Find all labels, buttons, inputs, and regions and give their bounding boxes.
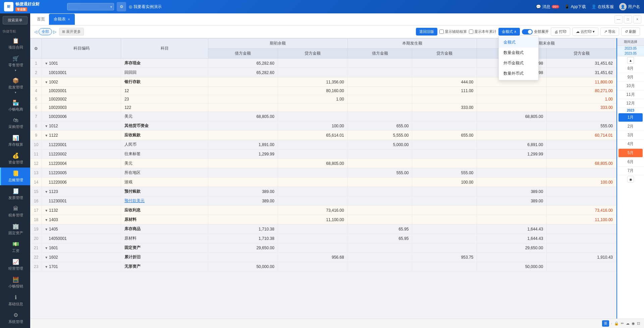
sidebar-search-button[interactable]: 搜索菜单 xyxy=(3,16,28,24)
show-assist-checkbox[interactable]: 显示辅助核算 xyxy=(439,29,467,34)
sidebar-item-wholesale[interactable]: 📦 批发管理 ▾ xyxy=(0,75,30,97)
cloud-print-button[interactable]: ☁ 云打印 ▾ xyxy=(572,27,598,36)
period-item-jul[interactable]: 7月 xyxy=(617,167,644,175)
period-item-oct[interactable]: 10月 xyxy=(617,82,644,90)
filter-area: ◁ 全部 ▷ xyxy=(34,28,56,35)
online-support-button[interactable]: 👤 在线客服 xyxy=(591,4,614,10)
sidebar-item-ecommerce[interactable]: 🏪 小畅电商 xyxy=(0,97,30,115)
print-button[interactable]: 🖨 打印 xyxy=(551,27,570,36)
sidebar-item-system[interactable]: ⚙ 系统管理 xyxy=(0,309,30,327)
user-area[interactable]: 👤 用户名 xyxy=(619,3,640,10)
show-ytd-checkbox[interactable]: 显示本年累计 xyxy=(469,29,496,34)
td-opening-debit: 65,282.60 xyxy=(208,68,278,77)
top-search-input[interactable] xyxy=(67,3,114,10)
td-subject: 美元 xyxy=(121,112,208,121)
bottom-cloud-icon[interactable]: ☁ xyxy=(626,321,630,326)
expand-more-button[interactable]: ⊞ 展开更多 xyxy=(59,28,84,36)
sidebar-item-purchase[interactable]: 🛍 采购管理 xyxy=(0,115,30,132)
bottom-grid-icon[interactable]: ⊡ xyxy=(637,321,640,326)
td-opening-debit: 65,282.60 xyxy=(208,59,278,68)
top-nav: ▾ ⚙ ◎ 我要看实例演示 xyxy=(64,2,536,11)
message-button[interactable]: 💬 消息 99+ xyxy=(536,4,559,10)
format-dropdown-button[interactable]: 金额式 ∧ xyxy=(498,28,520,36)
td-opening-credit: 100.00 xyxy=(278,121,347,131)
user-name: 用户名 xyxy=(628,4,640,10)
td-subject: 往来标签 xyxy=(121,149,208,159)
td-closing-debit xyxy=(477,206,547,215)
period-item-dec[interactable]: 12月 xyxy=(617,99,644,108)
sidebar-item-salary[interactable]: 💵 工资 xyxy=(0,238,30,256)
sidebar-item-ledger[interactable]: 📒 总账管理 xyxy=(0,168,30,185)
sidebar-item-asset[interactable]: 🏢 固定资产 xyxy=(0,220,30,238)
bottom-translate-icon[interactable]: 英 xyxy=(602,320,609,327)
bottom-lock-icon[interactable]: 🔒 xyxy=(614,321,619,326)
sidebar-item-tax[interactable]: 🏛 税务管理 xyxy=(0,203,30,220)
td-period-credit xyxy=(412,215,477,224)
period-item-feb[interactable]: 2月 xyxy=(617,122,644,131)
td-opening-debit: 68,805.00 xyxy=(208,112,278,121)
period-item-may[interactable]: 5月 xyxy=(619,149,643,157)
sidebar-item-operations[interactable]: 📈 经营管理 xyxy=(0,256,30,274)
td-opening-credit: 65,614.01 xyxy=(278,131,347,140)
td-period-debit xyxy=(347,95,412,104)
filter-arrow-icon[interactable]: ▷ xyxy=(53,29,56,34)
return-old-button[interactable]: 退回旧版 xyxy=(416,28,437,36)
expand-all-toggle[interactable] xyxy=(522,29,533,35)
table-row: 10 11220001 人民币 1,891.00 5,000.00 6,891.… xyxy=(31,140,616,149)
th-period-group: 本期发生额 xyxy=(347,39,477,49)
format-option-amount[interactable]: 金额式 xyxy=(499,37,538,48)
period-item-apr[interactable]: 4月 xyxy=(617,140,644,148)
window-minimize-button[interactable]: — xyxy=(614,15,623,23)
tab-balance-close[interactable]: × xyxy=(68,17,70,22)
td-opening-credit: 11,356.00 xyxy=(278,77,347,87)
sidebar-item-project[interactable]: 📋 项目合同 xyxy=(0,35,30,53)
td-closing-credit xyxy=(547,243,616,253)
td-opening-credit: 1.00 xyxy=(278,95,347,104)
sidebar-item-sales[interactable]: 🧮 小畅报销 xyxy=(0,274,30,291)
td-opening-debit: 1,891.00 xyxy=(208,140,278,149)
sidebar-item-capital[interactable]: 💰 资金管理 xyxy=(0,150,30,168)
th-opening-credit: 贷方金额 xyxy=(278,49,347,59)
format-option-qty-amount[interactable]: 数量金额式 xyxy=(499,48,538,58)
td-period-credit xyxy=(412,140,477,149)
period-down-button[interactable]: ◉ xyxy=(627,176,634,183)
window-close-button[interactable]: × xyxy=(633,15,641,23)
search-area: ▾ xyxy=(67,3,114,10)
period-item-aug[interactable]: 8月 xyxy=(617,64,644,73)
filter-back-icon[interactable]: ◁ xyxy=(34,29,37,34)
period-item-nov[interactable]: 11月 xyxy=(617,90,644,99)
td-opening-debit xyxy=(208,215,278,224)
sidebar-item-retail[interactable]: 🛒 零售管理 ▾ xyxy=(0,53,30,75)
sidebar-item-operations-label: 经营管理 xyxy=(8,266,23,271)
bottom-edit-icon[interactable]: ✏ xyxy=(621,321,624,326)
demo-link[interactable]: ◎ 我要看实例演示 xyxy=(129,4,162,10)
sidebar-item-basic[interactable]: ℹ 基础信息 xyxy=(0,291,30,309)
format-btn-label: 金额式 xyxy=(502,29,513,34)
td-rownum: 11 xyxy=(31,149,42,159)
period-item-jan[interactable]: 1月 xyxy=(619,113,643,122)
format-option-qty-foreign[interactable]: 数量外币式 xyxy=(499,68,538,79)
td-subject: 固定资产 xyxy=(121,243,208,253)
td-subject: 原材料 xyxy=(121,215,208,224)
window-restore-button[interactable]: □ xyxy=(624,15,632,23)
tab-home[interactable]: 首页 xyxy=(33,14,49,25)
period-item-sep[interactable]: 9月 xyxy=(617,73,644,82)
refresh-button[interactable]: ↺ 刷新 xyxy=(621,27,640,36)
format-option-foreign[interactable]: 外币金额式 xyxy=(499,58,538,68)
app-download-button[interactable]: 📱 App下载 xyxy=(565,4,586,10)
export-button[interactable]: ↗ 导出 xyxy=(600,27,619,36)
period-up-button[interactable]: ▲ xyxy=(627,57,634,64)
period-item-jun[interactable]: 6月 xyxy=(617,158,644,167)
settings-gear-button[interactable]: ⚙ xyxy=(117,2,126,11)
th-settings[interactable]: ⚙ xyxy=(31,39,42,59)
td-subject: 应收账款 xyxy=(121,131,208,140)
td-closing-credit: 11,100.00 xyxy=(547,215,616,224)
td-period-credit xyxy=(412,206,477,215)
td-period-debit xyxy=(347,104,412,112)
filter-all-tag[interactable]: 全部 xyxy=(39,28,52,35)
tab-balance[interactable]: 余额表 × xyxy=(49,14,75,25)
period-item-mar[interactable]: 3月 xyxy=(617,131,644,140)
bottom-circle-icon[interactable]: ◉ xyxy=(632,321,635,326)
sidebar-item-invoice[interactable]: 🧾 发票管理 xyxy=(0,185,30,203)
sidebar-item-inventory[interactable]: 📊 库存核算 xyxy=(0,132,30,150)
